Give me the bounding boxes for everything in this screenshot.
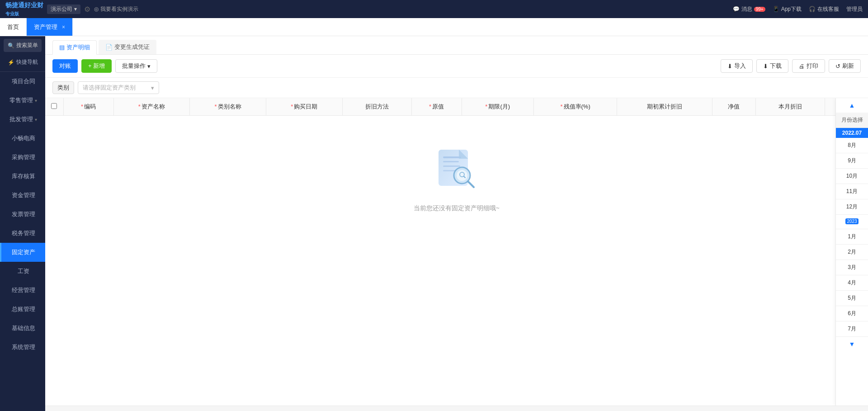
month-item-6[interactable]: 6月 (836, 306, 868, 321)
reconcile-btn-label: 对账 (59, 62, 71, 70)
month-label-2: 2月 (848, 249, 856, 255)
tab-asset-mgmt[interactable]: 资产管理 × (27, 18, 73, 36)
month-item-12[interactable]: 12月 (836, 199, 868, 215)
sub-tab-asset-detail[interactable]: ▤ 资产明细 (52, 40, 97, 55)
batch-btn[interactable]: 批量操作 ▾ (115, 59, 157, 73)
sidebar-label-retail: 零售管理 (9, 96, 33, 104)
sidebar-item-ledger[interactable]: 总账管理 (0, 300, 45, 319)
month-item-7[interactable]: 7月 (836, 321, 868, 337)
search-menu-btn[interactable]: 🔍 搜索菜单 (4, 39, 42, 52)
print-btn[interactable]: 🖨 打印 (792, 59, 825, 73)
download-btn[interactable]: ⬇ 下载 (756, 59, 788, 73)
refresh-btn-label: 刷新 (842, 62, 854, 70)
th-depreciation-method: 折旧方法 (342, 98, 411, 116)
current-year-text: 2022.07 (842, 130, 862, 136)
th-net-value: 净值 (712, 98, 755, 116)
month-nav-down: ▼ (836, 337, 868, 351)
month-item-5[interactable]: 5月 (836, 291, 868, 306)
sidebar-label-fixed-assets: 固定资产 (12, 248, 35, 256)
batch-btn-label: 批量操作 (122, 62, 146, 70)
quick-nav-btn[interactable]: ⚡ 快捷导航 (4, 56, 42, 69)
reconcile-btn[interactable]: 对账 (52, 59, 78, 73)
th-code: *编码 (63, 98, 113, 116)
month-label-7: 7月 (848, 326, 856, 332)
top-bar-left: 畅捷通好业财 专业版 演示公司 ▾ ⚙ ◎ 我要看实例演示 (5, 1, 733, 17)
app-download-btn[interactable]: 📱 App下载 (773, 5, 802, 13)
month-nav-up-btn[interactable]: ▲ (847, 100, 858, 111)
sidebar-item-ecommerce[interactable]: 小畅电商 (0, 129, 45, 148)
month-nav-down-btn[interactable]: ▼ (847, 339, 858, 350)
list-icon: ▤ (59, 44, 65, 51)
sidebar-label-finance: 资金管理 (12, 191, 35, 199)
sidebar-item-fixed-assets[interactable]: 固定资产 (0, 243, 45, 262)
month-item-4[interactable]: 4月 (836, 275, 868, 291)
add-btn[interactable]: + 新增 (81, 59, 112, 73)
month-label-1: 1月 (848, 233, 856, 240)
refresh-btn[interactable]: ↺ 刷新 (829, 59, 861, 73)
th-period: *期限(月) (462, 98, 533, 116)
company-selector[interactable]: 演示公司 ▾ (47, 5, 80, 14)
sub-tab-change-voucher-label: 变更生成凭证 (114, 43, 150, 51)
demo-link[interactable]: ◎ 我要看实例演示 (94, 5, 138, 13)
download-btn-label: 下载 (770, 62, 782, 70)
month-current-year[interactable]: 2022.07 (836, 128, 868, 138)
import-btn-label: 导入 (734, 62, 746, 70)
content-area: ▤ 资产明细 📄 变更生成凭证 对账 + 新增 批量操作 ▾ ⬇ (45, 36, 868, 411)
month-nav-up: ▲ (836, 98, 868, 113)
import-btn[interactable]: ⬇ 导入 (721, 59, 753, 73)
sub-tab-change-voucher[interactable]: 📄 变更生成凭证 (99, 40, 156, 54)
tab-asset-mgmt-label: 资产管理 (34, 23, 57, 31)
sidebar-item-purchase[interactable]: 采购管理 (0, 148, 45, 167)
th-checkbox (45, 98, 63, 116)
message-icon: 💬 (733, 6, 740, 12)
message-label: 消息 (741, 5, 752, 13)
close-tab-icon[interactable]: × (62, 24, 65, 30)
month-panel: ▲ 月份选择 2022.07 8月 9月 10月 11月 (835, 98, 868, 406)
refresh-icon: ↺ (835, 63, 840, 70)
empty-illustration (429, 143, 484, 197)
month-item-year-2023: 2023 (836, 215, 868, 229)
tab-home[interactable]: 首页 (0, 18, 27, 36)
toolbar-right-actions: ⬇ 导入 ⬇ 下载 🖨 打印 ↺ 刷新 (721, 59, 861, 73)
assets-table: *编码 *资产名称 *类别名称 *购买日期 折旧方法 *原值 *期限(月) *残… (45, 98, 868, 240)
table-container: *编码 *资产名称 *类别名称 *购买日期 折旧方法 *原值 *期限(月) *残… (45, 98, 868, 406)
sidebar-label-invoice: 发票管理 (12, 210, 35, 218)
month-item-11[interactable]: 11月 (836, 184, 868, 199)
online-service-btn[interactable]: 🎧 在线客服 (809, 5, 839, 13)
sidebar-label-inventory: 库存核算 (12, 172, 35, 180)
user-avatar[interactable]: 管理员 (846, 5, 863, 13)
search-icon: 🔍 (8, 43, 14, 49)
month-item-2[interactable]: 2月 (836, 245, 868, 260)
nav-tabs-bar: 首页 资产管理 × (0, 18, 868, 36)
bottom-scroll[interactable] (45, 406, 868, 411)
month-item-8[interactable]: 8月 (836, 138, 868, 153)
month-item-10[interactable]: 10月 (836, 169, 868, 184)
sidebar-item-wholesale[interactable]: 批发管理 ▾ (0, 110, 45, 129)
nav-icon: ⚡ (8, 59, 14, 66)
quick-nav-label: 快捷导航 (16, 58, 38, 66)
table-empty-row: 当前您还没有固定资产明细哦~ (45, 116, 868, 240)
sidebar-item-retail[interactable]: 零售管理 ▾ (0, 91, 45, 110)
sidebar-item-operations[interactable]: 经营管理 (0, 281, 45, 300)
sidebar-item-basic-info[interactable]: 基础信息 (0, 319, 45, 338)
sidebar-item-finance[interactable]: 资金管理 (0, 186, 45, 205)
settings-icon[interactable]: ⚙ (84, 5, 90, 14)
sidebar-item-inventory[interactable]: 库存核算 (0, 167, 45, 186)
sidebar-item-project[interactable]: 项目合同 (0, 72, 45, 91)
th-category-name: *类别名称 (190, 98, 266, 116)
month-item-9[interactable]: 9月 (836, 153, 868, 169)
month-item-3[interactable]: 3月 (836, 260, 868, 275)
month-item-1[interactable]: 1月 (836, 229, 868, 245)
category-filter-select[interactable]: 请选择固定资产类别 ▾ (78, 81, 159, 94)
sidebar-item-tax[interactable]: 税务管理 (0, 224, 45, 243)
chevron-down-icon: ▾ (74, 6, 77, 12)
month-label-3: 3月 (848, 264, 856, 270)
sidebar-item-payroll[interactable]: 工资 (0, 262, 45, 281)
th-asset-name: *资产名称 (113, 98, 190, 116)
search-menu-label: 搜索菜单 (16, 42, 38, 49)
sidebar-item-invoice[interactable]: 发票管理 (0, 205, 45, 224)
select-all-checkbox[interactable] (51, 103, 57, 109)
th-accumulated-depr: 期初累计折旧 (617, 98, 712, 116)
sidebar-item-system[interactable]: 系统管理 (0, 338, 45, 357)
message-btn[interactable]: 💬 消息 99+ (733, 5, 765, 13)
